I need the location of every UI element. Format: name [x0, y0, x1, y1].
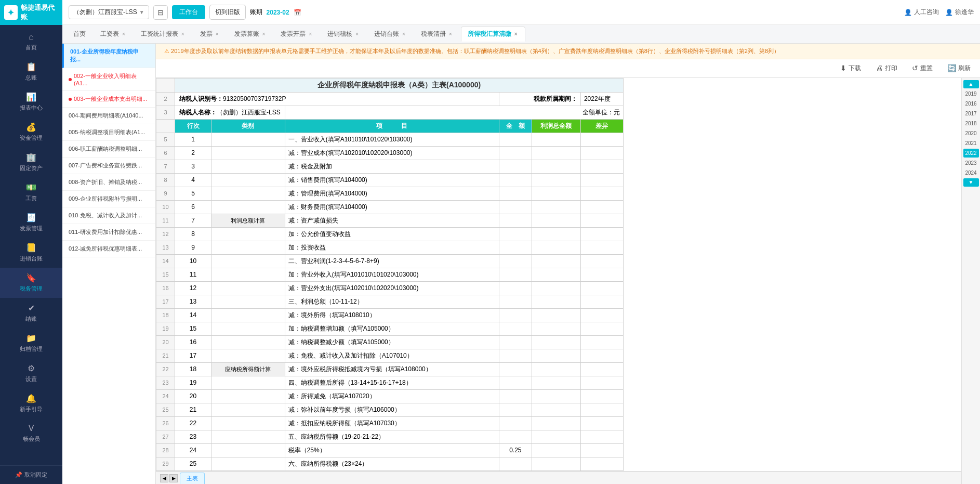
user-profile[interactable]: 👤 徐逢华: [945, 8, 974, 17]
tab-close-icon[interactable]: ×: [354, 31, 360, 37]
sidebar-item-general[interactable]: 📋总账: [0, 57, 62, 87]
cell-quane[interactable]: [499, 146, 532, 160]
timeline-year-2019[interactable]: 2019: [963, 89, 979, 98]
tab-税表清册[interactable]: 税表清册×: [414, 27, 460, 42]
sidebar-item-asset[interactable]: 🏢固定资产: [0, 147, 62, 177]
left-item-012[interactable]: 012-减免所得税优惠明细表...: [62, 241, 155, 257]
tab-close-icon[interactable]: ×: [513, 31, 519, 37]
timeline-year-2024[interactable]: 2024: [963, 168, 979, 177]
cell-quane[interactable]: [499, 349, 532, 362]
cell-quane[interactable]: [499, 268, 532, 281]
sidebar-item-member[interactable]: V畅会员: [0, 418, 62, 448]
tab-close-icon[interactable]: ×: [261, 31, 267, 37]
company-selector[interactable]: （勿删）江西服宝-LSS ▼: [69, 5, 149, 19]
sidebar-item-home[interactable]: ⌂首页: [0, 27, 62, 57]
download-button[interactable]: ⬇ 下载: [837, 62, 864, 74]
user-service[interactable]: 👤 人工咨询: [904, 8, 939, 17]
sidebar-item-tax[interactable]: 🔖税务管理: [0, 268, 62, 298]
sidebar-item-close[interactable]: ✔结账: [0, 298, 62, 328]
sidebar-item-settings[interactable]: ⚙设置: [0, 358, 62, 388]
tab-close-icon[interactable]: ×: [180, 31, 186, 37]
topbar-print-icon[interactable]: ⊟: [153, 5, 168, 20]
cell-quane[interactable]: [499, 200, 532, 214]
bottom-tab-main[interactable]: 主表: [180, 473, 205, 484]
tab-工资统计报表[interactable]: 工资统计报表×: [134, 27, 192, 42]
sidebar-item-ledger[interactable]: 📒进销台账: [0, 238, 62, 268]
left-item-001[interactable]: 001-企业所得税年度纳税申报...: [62, 44, 155, 68]
tab-close-icon[interactable]: ×: [215, 31, 220, 37]
sidebar-bottom-btn[interactable]: 📌 取消固定: [0, 465, 62, 484]
sidebar-item-fund[interactable]: 💰资金管理: [0, 117, 62, 147]
sidebar-item-archive[interactable]: 📁归档管理: [0, 328, 62, 358]
timeline-year-2018[interactable]: 2018: [963, 119, 979, 128]
workbench-button[interactable]: 工作台: [172, 5, 205, 19]
tab-进销稽核[interactable]: 进销稽核×: [321, 27, 366, 42]
tab-close-icon[interactable]: ×: [121, 31, 126, 37]
cell-quane[interactable]: [499, 281, 532, 295]
tab-进销台账[interactable]: 进销台账×: [367, 27, 413, 42]
timeline-year-2020[interactable]: 2020: [963, 129, 979, 138]
cell-quane[interactable]: [499, 389, 532, 403]
timeline-year-2023[interactable]: 2023: [963, 159, 979, 167]
cell-quane[interactable]: [499, 403, 532, 416]
left-item-004[interactable]: 004-期间费用明细表(A1040...: [62, 108, 155, 124]
left-item-010[interactable]: 010-免税、减计收入及加计...: [62, 207, 155, 224]
cell-quane[interactable]: [499, 254, 532, 268]
nav-next-icon[interactable]: ▶: [169, 474, 178, 482]
tab-close-icon[interactable]: ×: [401, 31, 406, 37]
switch-version-button[interactable]: 切到旧版: [209, 5, 246, 20]
cell-quane[interactable]: [499, 187, 532, 200]
cell-quane[interactable]: [499, 416, 532, 430]
left-item-003[interactable]: 003-一般企业成本支出明细...: [62, 91, 155, 108]
cell-quane[interactable]: 0.25: [499, 443, 532, 457]
cell-quane[interactable]: [499, 214, 532, 227]
sidebar-item-invoice[interactable]: 🧾发票管理: [0, 207, 62, 238]
cell-quane[interactable]: [499, 362, 532, 376]
tab-close-icon[interactable]: ×: [448, 31, 453, 37]
timeline-down-icon[interactable]: ▼: [963, 178, 979, 187]
cell-quane[interactable]: [499, 241, 532, 254]
tab-close-icon[interactable]: ×: [308, 31, 313, 37]
refresh-button[interactable]: 🔄 刷新: [944, 62, 974, 74]
cell-quane[interactable]: [499, 457, 532, 470]
cell-quane[interactable]: [499, 335, 532, 349]
timeline-year-2016[interactable]: 2016: [963, 99, 979, 108]
left-item-002[interactable]: 002-一般企业收入明细表(A1...: [62, 68, 155, 91]
calendar-icon[interactable]: 📅: [294, 9, 301, 16]
sidebar-icon-tax: 🔖: [26, 273, 36, 283]
left-item-005[interactable]: 005-纳税调整项目明细表(A1...: [62, 124, 155, 141]
tab-发票开票[interactable]: 发票开票×: [274, 27, 320, 42]
left-item-006[interactable]: 006-职工薪酬纳税调整明细...: [62, 141, 155, 158]
sidebar-item-salary[interactable]: 💵工资: [0, 177, 62, 207]
nav-prev-icon[interactable]: ◀: [160, 474, 168, 482]
timeline-year-2022[interactable]: 2022: [963, 149, 979, 158]
cell-quane[interactable]: [499, 322, 532, 335]
timeline-year-2021[interactable]: 2021: [963, 139, 979, 148]
timeline-up-icon[interactable]: ▲: [963, 80, 979, 88]
cell-quane[interactable]: [499, 173, 532, 187]
reset-button[interactable]: ↺ 重置: [909, 62, 936, 74]
print-button[interactable]: 🖨 打印: [872, 62, 900, 74]
cell-quane[interactable]: [499, 376, 532, 389]
left-item-008[interactable]: 008-资产折旧、摊销及纳税...: [62, 174, 155, 191]
table-row: 1612减：营业外支出(填写A102010\102020\103000): [156, 281, 624, 295]
left-item-011[interactable]: 011-研发费用加计扣除优惠...: [62, 224, 155, 241]
tab-所得税汇算清缴[interactable]: 所得税汇算清缴×: [461, 27, 525, 42]
cell-quane[interactable]: [499, 133, 532, 146]
cell-quane[interactable]: [499, 160, 532, 173]
download-icon: ⬇: [840, 64, 846, 72]
left-item-009[interactable]: 009-企业所得税附补亏损明...: [62, 191, 155, 207]
tab-首页[interactable]: 首页: [67, 27, 92, 42]
sidebar-item-guide[interactable]: 🔔新手引导: [0, 388, 62, 418]
timeline-year-2017[interactable]: 2017: [963, 109, 979, 118]
tab-发票算账[interactable]: 发票算账×: [228, 27, 273, 42]
cell-quane[interactable]: [499, 308, 532, 322]
sidebar-item-report[interactable]: 📊报表中心: [0, 87, 62, 117]
left-item-007[interactable]: 007-广告费和业务宣传费跌...: [62, 158, 155, 174]
tab-发票[interactable]: 发票×: [193, 27, 227, 42]
cell-quane[interactable]: [499, 430, 532, 443]
tab-工资表[interactable]: 工资表×: [94, 27, 133, 42]
left-item-label: 005-纳税调整项目明细表(A1...: [69, 128, 145, 136]
cell-quane[interactable]: [499, 295, 532, 308]
cell-quane[interactable]: [499, 227, 532, 241]
